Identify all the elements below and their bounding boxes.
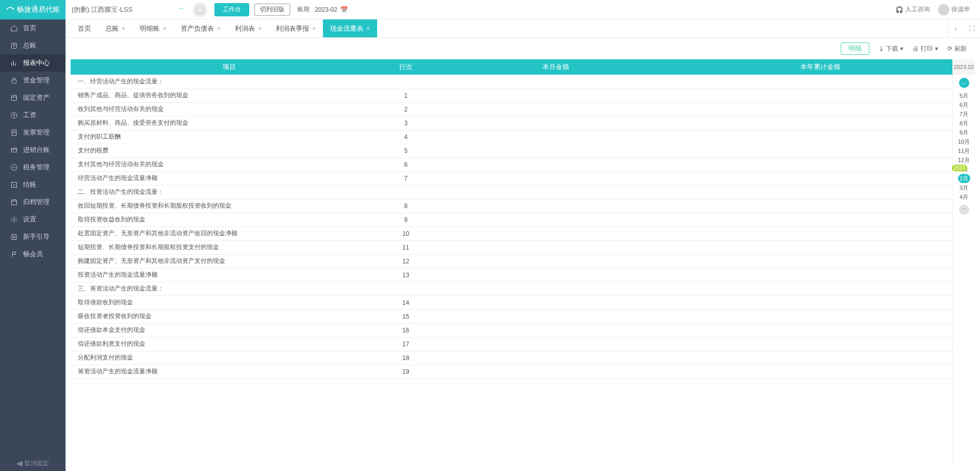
month-option[interactable]: 7月 <box>958 109 970 119</box>
table-row: 收回短期投资、长期债券投资和长期股权投资收到的现金8 <box>71 199 952 213</box>
clock-icon[interactable]: ◯ <box>193 3 207 17</box>
sidebar-item-salary[interactable]: 工资 <box>0 106 66 124</box>
cell-item: 支付其他与经营活动有关的现金 <box>71 158 388 171</box>
cell-line: 14 <box>388 296 424 309</box>
cell-item: 购建固定资产、无形资产和其他非流动资产支付的现金 <box>71 254 388 268</box>
tabs-collapse-button[interactable]: › <box>947 19 964 37</box>
user-menu[interactable]: 徐温华 <box>938 4 970 15</box>
workbench-button[interactable]: 工作台 <box>214 3 249 16</box>
tab-label: 总账 <box>105 24 119 33</box>
tab-总账[interactable]: 总账× <box>98 19 133 37</box>
month-option[interactable]: 8月 <box>958 119 970 128</box>
cell-item: 吸收投资者投资收到的现金 <box>71 309 388 323</box>
table-row: 短期投资、长期债券投资和长期股权投资支付的现金11 <box>71 240 952 254</box>
month-option[interactable]: 2月 <box>958 174 970 183</box>
tab-明细账[interactable]: 明细账× <box>133 19 173 37</box>
cell-month <box>424 365 688 378</box>
tab-首页[interactable]: 首页 <box>71 19 98 37</box>
cell-year <box>688 282 953 296</box>
refresh-button[interactable]: ⟳ 刷新 <box>947 44 967 53</box>
cell-item: 支付的税费 <box>71 144 388 158</box>
tab-利润表[interactable]: 利润表× <box>228 19 269 37</box>
sidebar-item-label: 进销台账 <box>23 145 50 154</box>
cell-year <box>688 199 953 213</box>
month-option[interactable]: 4月 <box>958 192 970 201</box>
period-value[interactable]: 2023-02 <box>315 6 337 13</box>
month-option[interactable]: 5月 <box>958 91 970 100</box>
sidebar-item-ledger[interactable]: 总账 <box>0 37 66 54</box>
period-up-button[interactable]: ︿ <box>959 78 969 88</box>
cell-item: 处置固定资产、无形资产和其他非流动资产收回的现金净额 <box>71 227 388 240</box>
sidebar-item-guide[interactable]: 新手引导 <box>0 228 66 245</box>
close-icon[interactable]: × <box>366 25 370 32</box>
print-button[interactable]: 🖨 打印 ▾ <box>912 44 938 53</box>
sidebar-item-lock[interactable]: 资金管理 <box>0 72 66 89</box>
svg-rect-3 <box>12 95 17 100</box>
svg-point-0 <box>12 8 14 10</box>
table-row: 偿还借款利息支付的现金17 <box>71 337 952 351</box>
report-toolbar: 明细 ⤓ 下载 ▾ 🖨 打印 ▾ ⟳ 刷新 <box>66 38 980 59</box>
cell-item: 购买原材料、商品、接受劳务支付的现金 <box>71 116 388 130</box>
chevron-down-icon: ▾ <box>935 45 938 52</box>
cell-month <box>424 144 688 158</box>
tab-label: 资产负债表 <box>181 24 214 33</box>
month-option[interactable]: 9月 <box>958 128 970 137</box>
month-option[interactable]: 6月 <box>958 100 970 109</box>
tab-label: 明细账 <box>140 24 160 33</box>
sidebar-item-chart[interactable]: 报表中心 <box>0 54 66 72</box>
month-option[interactable]: 12月 <box>958 155 970 165</box>
sidebar-item-label: 资金管理 <box>23 76 50 85</box>
table-row: 销售产成品、商品、提供劳务收到的现金1 <box>71 88 952 102</box>
calendar-icon[interactable]: 📅 <box>340 6 348 13</box>
tab-资产负债表[interactable]: 资产负债表× <box>173 19 228 37</box>
company-selector[interactable]: (勿删) 江西膜宝-LSS ﹀ <box>72 5 185 14</box>
avatar-icon <box>938 4 949 15</box>
cell-year <box>688 75 953 88</box>
chevron-down-icon: ▾ <box>900 45 903 52</box>
sidebar-item-home[interactable]: 首页 <box>0 19 66 37</box>
chevron-down-icon: ﹀ <box>179 5 185 14</box>
close-icon[interactable]: × <box>122 25 125 32</box>
cell-line: 6 <box>388 158 424 171</box>
cell-line: 3 <box>388 116 424 130</box>
cell-year <box>688 240 953 254</box>
cell-item: 收回短期投资、长期债券投资和长期股权投资收到的现金 <box>71 199 388 213</box>
sidebar-item-label: 结账 <box>23 180 36 189</box>
tab-现金流量表[interactable]: 现金流量表× <box>323 19 377 37</box>
close-icon[interactable]: × <box>217 25 221 32</box>
consult-link[interactable]: 🎧 人工咨询 <box>896 5 930 14</box>
sidebar-item-archive[interactable]: 归档管理 <box>0 193 66 211</box>
svg-marker-12 <box>13 236 15 238</box>
period-down-button[interactable]: ﹀ <box>959 205 969 215</box>
cell-line: 10 <box>388 227 424 240</box>
sidebar-item-label: 设置 <box>23 215 36 224</box>
period-panel: 2023.02 ︿ 5月6月7月8月9月10月11月12月20231月2月3月4… <box>952 59 975 466</box>
sidebar-item-invoice[interactable]: 发票管理 <box>0 124 66 141</box>
download-icon: ⤓ <box>879 45 884 52</box>
close-icon[interactable]: × <box>258 25 262 32</box>
cell-year <box>688 296 953 309</box>
switch-old-button[interactable]: 切到旧版 <box>254 4 290 16</box>
cell-year <box>688 227 953 240</box>
detail-button[interactable]: 明细 <box>841 42 869 55</box>
sidebar-item-stock[interactable]: 进销台账 <box>0 141 66 159</box>
close-icon[interactable]: × <box>163 25 166 32</box>
logo-icon <box>6 5 15 14</box>
ledger-icon <box>10 42 18 50</box>
month-option[interactable]: 10月 <box>958 137 970 146</box>
sidebar-item-tax[interactable]: 税务管理 <box>0 159 66 176</box>
sidebar-item-label: 归档管理 <box>23 197 50 207</box>
sidebar-item-vip[interactable]: 畅会员 <box>0 245 66 263</box>
close-icon[interactable]: × <box>312 25 316 32</box>
table-row: 吸收投资者投资收到的现金15 <box>71 309 952 323</box>
sidebar-footer[interactable]: ◂▮ 取消固定 <box>0 459 66 468</box>
sidebar-item-gear[interactable]: 设置 <box>0 211 66 228</box>
cell-item: 一、经营活动产生的现金流量： <box>71 75 388 88</box>
sidebar-item-close[interactable]: 结账 <box>0 176 66 193</box>
tab-利润表季报[interactable]: 利润表季报× <box>269 19 323 37</box>
fullscreen-button[interactable]: ⛶ <box>964 19 980 37</box>
month-option[interactable]: 3月 <box>958 183 970 192</box>
month-option[interactable]: 11月 <box>958 146 970 155</box>
sidebar-item-asset[interactable]: 固定资产 <box>0 89 66 106</box>
download-button[interactable]: ⤓ 下载 ▾ <box>879 44 903 53</box>
